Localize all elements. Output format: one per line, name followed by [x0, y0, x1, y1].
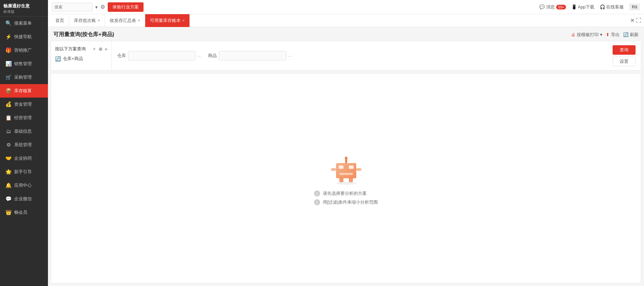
- sidebar-item-sales-mgmt[interactable]: 📊 销售管理: [0, 57, 48, 71]
- tab-home[interactable]: 首页: [51, 14, 69, 27]
- sidebar-item-marketing-promo[interactable]: 🎁 营销推广: [0, 44, 48, 57]
- sidebar-label-corp-collab: 企业协同: [14, 155, 32, 161]
- sidebar-label-purchase-mgmt: 采购管理: [14, 74, 32, 80]
- sidebar-item-wechat-work[interactable]: 💬 企业微信: [0, 192, 48, 206]
- query-button[interactable]: 查询: [613, 45, 636, 55]
- sidebar-item-search[interactable]: 🔍 搜索菜单: [0, 17, 48, 30]
- add-filter-icon[interactable]: ＋: [92, 46, 97, 52]
- tab-recv-summary-label: 收发存汇总表: [110, 18, 136, 24]
- sidebar-logo: 畅康通好生意 标准版: [0, 0, 48, 17]
- warehouse-input[interactable]: [128, 51, 196, 60]
- online-service-area[interactable]: 🎧 在线客服: [600, 4, 624, 10]
- trial-button[interactable]: 体验行业方案: [108, 2, 144, 12]
- sidebar-item-corp-collab[interactable]: 🤝 企业协同: [0, 152, 48, 165]
- app-download-area[interactable]: 📱 App下载: [571, 4, 594, 10]
- warehouse-more-btn[interactable]: ···: [198, 53, 201, 58]
- svg-rect-8: [339, 178, 343, 182]
- sidebar-icon-sales-mgmt: 📊: [5, 61, 11, 67]
- tab-batch-account-close[interactable]: ×: [98, 18, 100, 23]
- sidebar-item-shortcut[interactable]: ⚡ 快捷导航: [0, 30, 48, 44]
- sidebar-item-basic-info[interactable]: 🗂 基础信息: [0, 125, 48, 138]
- dropdown-icon[interactable]: ▾: [95, 4, 98, 10]
- print-icon: 🖨: [571, 32, 575, 37]
- search-input[interactable]: [52, 3, 93, 11]
- empty-state: 1 请先选择要分析的方案 2 用[过滤]条件来缩小分析范围: [51, 73, 641, 283]
- sidebar-icon-operations: 📋: [5, 115, 11, 121]
- export-label: 导出: [611, 32, 620, 38]
- tab-recv-summary-close[interactable]: ×: [138, 18, 140, 23]
- refresh-button[interactable]: 🔄 刷新: [623, 32, 639, 38]
- filter-section-label: 按以下方案查询: [55, 46, 86, 52]
- sidebar-item-app-center[interactable]: 🔔 应用中心: [0, 179, 48, 192]
- sidebar-label-members: 畅会员: [14, 209, 27, 215]
- sidebar-item-finance[interactable]: 💰 资金管理: [0, 98, 48, 111]
- svg-point-5: [345, 157, 347, 159]
- print-dropdown-icon[interactable]: ▾: [600, 32, 602, 37]
- export-button[interactable]: ⬆ 导出: [606, 32, 620, 38]
- sidebar-label-search: 搜索菜单: [14, 20, 32, 26]
- sidebar-item-sys-mgmt[interactable]: ⚙ 系统管理: [0, 138, 48, 152]
- sidebar-item-purchase-mgmt[interactable]: 🛒 采购管理: [0, 71, 48, 84]
- settings-button[interactable]: 设置: [613, 57, 636, 66]
- page-header: 可用量查询(按仓库+商品) 🖨 按模板打印 ▾ ⬆ 导出 🔄 刷新: [48, 27, 644, 41]
- sidebar-item-members[interactable]: 👑 畅会员: [0, 206, 48, 219]
- filter-actions: 查询 设置: [613, 45, 636, 66]
- sidebar-label-sys-mgmt: 系统管理: [14, 142, 32, 148]
- goods-more-btn[interactable]: ···: [288, 53, 292, 58]
- sidebar-icon-marketing-promo: 🎁: [5, 47, 11, 53]
- tab-batch-account[interactable]: 库存批次账 ×: [69, 14, 105, 27]
- goods-input[interactable]: [219, 51, 286, 60]
- tip-num-2: 2: [314, 199, 320, 205]
- tabs-bar: 首页 库存批次账 × 收发存汇总表 × 可用量库存账本 × ✕ ⛶: [48, 14, 644, 27]
- user-avatar[interactable]: Rit: [629, 3, 640, 10]
- brand-name: 畅康通好生意: [3, 3, 45, 9]
- svg-rect-2: [349, 165, 354, 169]
- message-badge: 99+: [556, 5, 566, 9]
- tab-available-ledger-close[interactable]: ×: [182, 18, 185, 23]
- sidebar-item-onboarding[interactable]: 🌟 新手引导: [0, 165, 48, 179]
- svg-rect-1: [339, 165, 343, 169]
- filter-right: 仓库 ··· 商品 ··· 查询 设置: [112, 41, 641, 70]
- warehouse-field: 仓库 ···: [117, 51, 201, 60]
- tabs-close-all-icon[interactable]: ✕: [630, 17, 635, 24]
- filter-warehouse-goods[interactable]: 🔄 仓库+商品: [51, 53, 111, 64]
- sidebar-menu: 🔍 搜索菜单 ⚡ 快捷导航 🎁 营销推广 📊 销售管理 🛒 采购管理 📦 库存核…: [0, 17, 48, 286]
- sidebar-item-operations[interactable]: 📋 经营管理: [0, 111, 48, 125]
- svg-rect-3: [339, 173, 353, 175]
- svg-rect-9: [349, 178, 353, 182]
- online-service-label: 在线客服: [606, 4, 624, 10]
- sidebar-label-onboarding: 新手引导: [14, 169, 32, 175]
- tabs-bar-actions: ✕ ⛶: [630, 17, 644, 24]
- sidebar-label-inventory: 库存核算: [14, 88, 32, 94]
- tab-available-ledger[interactable]: 可用量库存账本 ×: [145, 14, 190, 27]
- tabs-expand-icon[interactable]: ⛶: [636, 18, 641, 24]
- sidebar-label-finance: 资金管理: [14, 101, 32, 107]
- settings-filter-icon[interactable]: ⊕: [99, 46, 103, 52]
- message-icon: 💬: [539, 4, 545, 9]
- tab-home-label: 首页: [55, 18, 64, 24]
- warehouse-label: 仓库: [117, 53, 126, 59]
- page-title: 可用量查询(按仓库+商品): [53, 31, 114, 38]
- filter-section-header: 按以下方案查询 ＋ ⊕ «: [51, 45, 111, 53]
- sidebar-icon-inventory: 📦: [5, 88, 11, 94]
- sidebar-icon-finance: 💰: [5, 101, 11, 107]
- warehouse-goods-label: 仓库+商品: [63, 56, 83, 62]
- app-download-label: App下载: [578, 4, 594, 10]
- tab-available-ledger-label: 可用量库存账本: [150, 18, 181, 24]
- tab-batch-account-label: 库存批次账: [74, 18, 96, 24]
- tab-recv-summary[interactable]: 收发存汇总表 ×: [105, 14, 145, 27]
- tip-num-1: 1: [314, 190, 320, 197]
- sidebar-icon-wechat-work: 💬: [5, 196, 11, 202]
- gear-icon[interactable]: ⚙: [100, 4, 105, 10]
- message-area[interactable]: 💬 消息 99+: [539, 4, 566, 10]
- filter-left: 按以下方案查询 ＋ ⊕ « 🔄 仓库+商品: [51, 41, 112, 70]
- sidebar-item-inventory[interactable]: 📦 库存核算: [0, 84, 48, 98]
- svg-rect-7: [356, 168, 361, 171]
- edition-label: 标准版: [3, 9, 45, 14]
- sidebar-label-sales-mgmt: 销售管理: [14, 61, 32, 67]
- collapse-icon[interactable]: «: [105, 46, 107, 52]
- goods-field: 商品 ···: [208, 51, 292, 60]
- print-button[interactable]: 🖨 按模板打印 ▾: [571, 32, 602, 38]
- filter-area: 按以下方案查询 ＋ ⊕ « 🔄 仓库+商品 仓库 ···: [51, 41, 641, 71]
- print-label: 按模板打印: [577, 32, 599, 38]
